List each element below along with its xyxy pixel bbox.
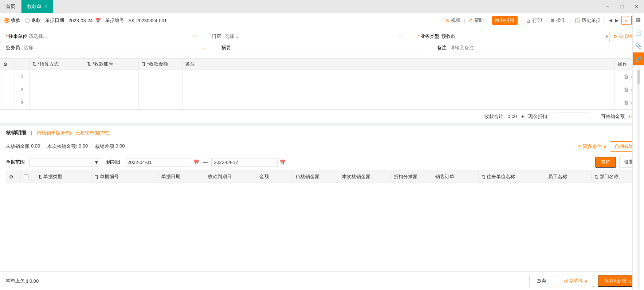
sep6: |: [604, 18, 605, 23]
minimize-button[interactable]: ─: [600, 0, 615, 13]
sort-icon-docnum[interactable]: ⇅: [95, 174, 99, 180]
sep1: |: [464, 18, 465, 23]
tab-close-icon[interactable]: ×: [44, 4, 47, 9]
more-conditions-button[interactable]: ▽ 更多条件 ∧: [578, 143, 607, 150]
sort-icon3[interactable]: ⇅: [142, 61, 146, 67]
shortcut-button[interactable]: ⊞ 快捷键: [492, 16, 518, 25]
row1-delete-icon[interactable]: 🗑: [624, 74, 629, 79]
date-from-input[interactable]: [125, 158, 191, 166]
table-section: ⚙ ⇅ *结算方式 ⇅ *收款账号 ⇅ *收款金额: [0, 58, 644, 109]
sep5: |: [569, 18, 570, 23]
right-sidebar: ▦ 📄 📎 🔗: [632, 13, 644, 290]
video-button[interactable]: ⊙ 视频: [445, 17, 460, 24]
scrollbar-track[interactable]: [637, 66, 640, 289]
remark-input[interactable]: [449, 44, 638, 51]
row1-amount[interactable]: [139, 70, 182, 83]
save-draft-button[interactable]: 保存草稿 ∧: [558, 275, 594, 287]
recon-info-icon[interactable]: ℹ: [31, 130, 32, 136]
sidebar-clip-icon[interactable]: 📎: [633, 39, 644, 52]
row3-num: 3: [15, 96, 30, 109]
range-select[interactable]: ▼: [29, 158, 102, 166]
print-button[interactable]: 🖨 打印: [526, 17, 542, 24]
counterpart-input[interactable]: [27, 33, 192, 40]
business-type-dropdown[interactable]: ▼: [604, 34, 609, 39]
print-icon: 🖨: [526, 18, 531, 23]
date-to-icon[interactable]: 📅: [280, 160, 286, 165]
summary-label: 摘要: [221, 44, 231, 51]
staff-field: 业务员 ···: [6, 44, 207, 51]
calendar-icon[interactable]: 📅: [95, 18, 101, 23]
staff-label: 业务员: [6, 44, 20, 51]
next-button[interactable]: ▶: [615, 18, 619, 23]
reconciliation-section: 核销明细 ℹ 待核销单据(0笔) 已核销单据(0笔) 未核销金额 0.00 本次…: [0, 123, 644, 271]
required-star: *: [6, 34, 8, 39]
recon-th-dept: ⇅ 部门名称: [592, 171, 638, 182]
receipts-table: ⚙ ⇅ *结算方式 ⇅ *收款账号 ⇅ *收款金额: [0, 58, 644, 109]
gear-icon[interactable]: ⚙: [3, 62, 8, 67]
list-view-icon[interactable]: ≡: [621, 16, 630, 25]
gear-icon2[interactable]: ⚙: [9, 174, 13, 180]
staff-input[interactable]: [22, 44, 201, 51]
shop-more-icon[interactable]: ···: [399, 34, 403, 39]
col-gear-header[interactable]: ⚙: [0, 59, 15, 70]
row2-amount[interactable]: [139, 83, 182, 96]
sort-icon-counterpart[interactable]: ⇅: [482, 174, 486, 180]
staff-more-icon[interactable]: ···: [203, 45, 207, 51]
pending-tab[interactable]: 待核销单据(0笔): [37, 130, 71, 136]
abandon-button[interactable]: 放弃: [529, 275, 554, 287]
sep4: |: [546, 18, 547, 23]
row2-account[interactable]: [84, 83, 139, 96]
shop-field: 门店 ···: [212, 33, 403, 40]
row1-account[interactable]: [84, 70, 139, 83]
info-icon[interactable]: ℹ: [26, 278, 28, 284]
sort-icon-dept[interactable]: ⇅: [594, 174, 598, 180]
tab-active[interactable]: 收款单 ×: [21, 0, 53, 13]
sort-icon2[interactable]: ⇅: [87, 61, 91, 67]
save-new-label: 保存&新增: [604, 278, 627, 284]
date-from-icon[interactable]: 📅: [193, 160, 199, 165]
operation-button[interactable]: ⚙ 操作: [550, 17, 566, 24]
help-button[interactable]: ⊙ 帮助: [469, 17, 484, 24]
row3-amount[interactable]: [139, 96, 182, 109]
close-button[interactable]: ✕: [629, 0, 644, 13]
date-to-input[interactable]: [211, 158, 278, 166]
sidebar-link-icon[interactable]: 🔗: [633, 52, 644, 66]
row3-delete-icon[interactable]: 🗑: [624, 100, 629, 106]
row3-settle[interactable]: [30, 96, 84, 109]
query-button[interactable]: 查询: [595, 157, 616, 168]
row3-remark[interactable]: [182, 96, 615, 109]
row2-settle[interactable]: [30, 83, 84, 96]
row1-settle[interactable]: [30, 70, 84, 83]
cash-discount-input[interactable]: [553, 113, 589, 120]
shop-input[interactable]: [223, 33, 397, 40]
row2-remark[interactable]: [182, 83, 615, 96]
select-all-checkbox[interactable]: [24, 175, 28, 179]
row2-delete-icon[interactable]: 🗑: [624, 87, 629, 93]
row1-remark[interactable]: [182, 70, 615, 83]
recon-th-check[interactable]: [21, 172, 35, 181]
prev-button[interactable]: ◀: [609, 18, 612, 23]
sidebar-table-icon[interactable]: ▦: [633, 13, 644, 26]
radio-receive[interactable]: 收款: [4, 17, 20, 24]
scrollbar-thumb[interactable]: [637, 70, 640, 85]
receive-refund-toggle: 收款 退款: [4, 17, 41, 24]
summary-input[interactable]: [233, 44, 423, 51]
counterpart-more-icon[interactable]: ···: [193, 34, 197, 39]
row3-account[interactable]: [84, 96, 139, 109]
sort-icon-type[interactable]: ⇅: [38, 174, 42, 180]
date-range-sep: —: [203, 160, 208, 165]
col-account-label: *收款账号: [93, 61, 113, 67]
circle-icon: ⊙: [445, 18, 449, 23]
sort-icon[interactable]: ⇅: [32, 61, 36, 67]
maximize-button[interactable]: □: [615, 0, 629, 13]
history-button[interactable]: 📋 历史单据: [574, 17, 601, 24]
tab-home[interactable]: 首页: [0, 0, 21, 13]
done-tab[interactable]: 已核销单据(0笔): [75, 130, 110, 136]
th-duedate-label: 收款到期日: [208, 173, 232, 180]
diff-stat: 核销差额 0.00: [95, 143, 125, 150]
required-star2: *: [418, 34, 420, 39]
radio-refund[interactable]: 退款: [25, 17, 41, 24]
radio-refund-dot: [25, 18, 30, 23]
tab-active-label: 收款单: [27, 3, 42, 10]
sidebar-doc-icon[interactable]: 📄: [633, 26, 644, 39]
